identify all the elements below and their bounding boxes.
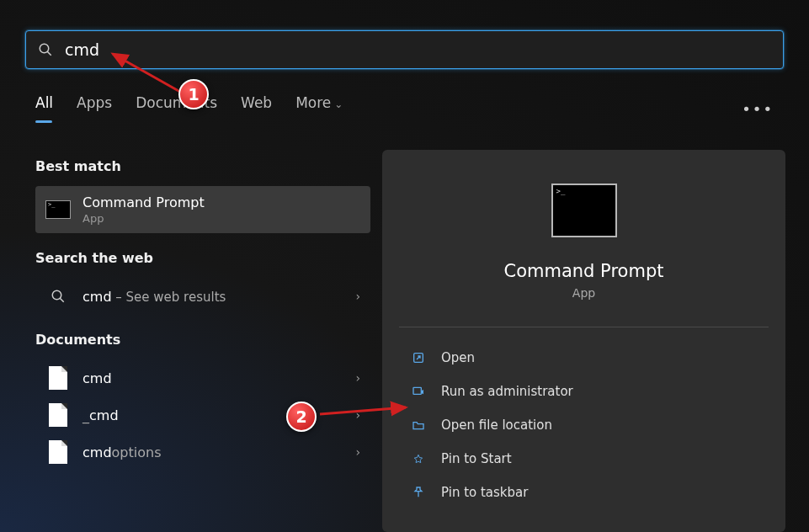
document-icon	[45, 405, 71, 425]
result-subtitle: App	[82, 212, 360, 225]
doc-label: cmd	[82, 370, 355, 386]
action-list: Open Run as administrator Open file loca…	[399, 343, 769, 508]
result-best-match[interactable]: Command Prompt App	[35, 186, 370, 233]
chevron-right-icon: ›	[355, 408, 360, 422]
action-open[interactable]: Open	[399, 343, 769, 373]
results-column: Best match Command Prompt App Search the…	[35, 152, 370, 532]
web-result-label: cmd – See web results	[82, 289, 355, 305]
command-prompt-icon	[551, 184, 617, 237]
tab-more[interactable]: More⌄	[295, 94, 343, 123]
detail-pane: Command Prompt App Open Run as administr…	[382, 150, 785, 532]
pin-icon	[411, 451, 426, 466]
search-icon	[45, 286, 71, 306]
search-icon	[38, 42, 53, 57]
doc-label: cmdoptions	[82, 444, 355, 460]
result-document[interactable]: cmdoptions ›	[35, 434, 370, 471]
action-label: Pin to taskbar	[441, 485, 528, 500]
svg-rect-5	[413, 387, 421, 394]
annotation-badge-2: 2	[286, 402, 317, 432]
svg-line-3	[60, 298, 64, 302]
result-web[interactable]: cmd – See web results ›	[35, 278, 370, 315]
search-bar[interactable]	[25, 30, 784, 69]
chevron-right-icon: ›	[355, 371, 360, 385]
svg-point-2	[52, 290, 61, 300]
action-label: Run as administrator	[441, 384, 573, 399]
detail-title: Command Prompt	[399, 261, 769, 281]
divider	[399, 327, 769, 327]
result-document[interactable]: _cmd ›	[35, 396, 370, 434]
filter-tabs: All Apps Documents Web More⌄ •••	[35, 94, 774, 123]
document-icon	[45, 442, 71, 462]
folder-icon	[411, 418, 426, 433]
action-run-as-admin[interactable]: Run as administrator	[399, 376, 769, 407]
tab-apps[interactable]: Apps	[77, 94, 112, 123]
shield-admin-icon	[411, 384, 426, 399]
result-title: Command Prompt	[82, 194, 360, 210]
action-pin-to-start[interactable]: Pin to Start	[399, 444, 769, 474]
search-input[interactable]	[65, 40, 771, 59]
result-document[interactable]: cmd ›	[35, 359, 370, 396]
tab-all[interactable]: All	[35, 94, 53, 123]
section-best-match: Best match	[35, 158, 370, 174]
section-search-web: Search the web	[35, 250, 370, 266]
detail-subtitle: App	[399, 286, 769, 300]
command-prompt-icon	[45, 200, 71, 220]
chevron-right-icon: ›	[355, 290, 360, 303]
action-label: Open file location	[441, 418, 552, 433]
open-icon	[411, 350, 426, 365]
action-label: Open	[441, 350, 475, 365]
section-documents: Documents	[35, 332, 370, 348]
chevron-right-icon: ›	[355, 445, 360, 459]
document-icon	[45, 368, 71, 388]
overflow-menu-button[interactable]: •••	[742, 100, 774, 118]
tab-web[interactable]: Web	[241, 94, 272, 123]
svg-point-0	[40, 44, 49, 53]
action-open-file-location[interactable]: Open file location	[399, 410, 769, 440]
svg-line-1	[47, 51, 51, 56]
action-pin-to-taskbar[interactable]: Pin to taskbar	[399, 477, 769, 508]
action-label: Pin to Start	[441, 451, 512, 466]
annotation-badge-1: 1	[178, 79, 209, 109]
pin-icon	[411, 485, 426, 500]
chevron-down-icon: ⌄	[334, 98, 343, 110]
